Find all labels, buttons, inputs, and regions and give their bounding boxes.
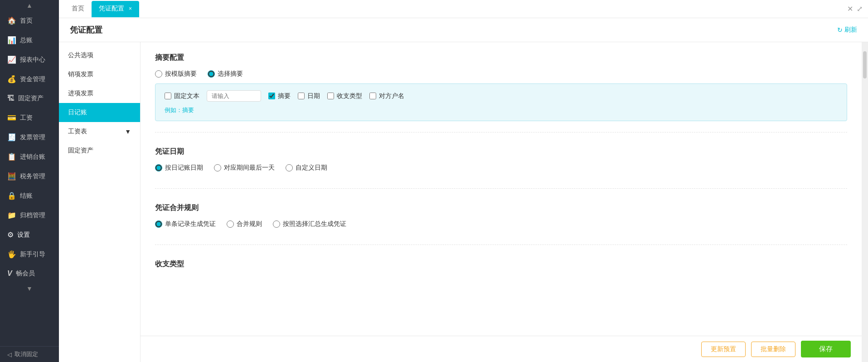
checkbox-income-type-label: 收支类型 <box>337 92 362 100</box>
page-title: 凭证配置 <box>70 24 102 35</box>
page-header: 凭证配置 ↻ 刷新 <box>59 18 868 42</box>
sidebar-item-home[interactable]: 🏠 首页 <box>0 11 59 30</box>
checkbox-income-type[interactable]: 收支类型 <box>327 92 362 100</box>
refresh-button[interactable]: ↻ 刷新 <box>837 26 857 34</box>
tab-home[interactable]: 首页 <box>64 1 92 17</box>
nav-label-fixed-assets: 固定资产 <box>68 147 93 155</box>
tax-icon: 🧮 <box>7 172 16 181</box>
content-area: 凭证配置 ↻ 刷新 公共选项 销项发票 进项发票 日记账 <box>59 18 868 362</box>
radio-single-input[interactable] <box>155 220 162 228</box>
radio-journal-date[interactable]: 按日记账日期 <box>155 164 203 172</box>
batch-delete-button[interactable]: 批量删除 <box>751 342 795 357</box>
sidebar-item-closing[interactable]: 🔒 结账 <box>0 186 59 205</box>
radio-select-input[interactable] <box>208 70 215 78</box>
radio-journal-date-input[interactable] <box>155 164 162 171</box>
scrollbar-track[interactable] <box>862 42 868 362</box>
reports-icon: 📈 <box>7 55 16 64</box>
nav-item-public[interactable]: 公共选项 <box>59 46 140 65</box>
section-title-merge: 凭证合并规则 <box>155 203 847 213</box>
radio-summary-gen-input[interactable] <box>273 220 280 228</box>
radio-last-day[interactable]: 对应期间最后一天 <box>214 164 275 172</box>
nav-label-salary: 工资表 <box>68 127 87 136</box>
scrollbar-thumb[interactable] <box>863 51 867 78</box>
radio-summary-gen[interactable]: 按照选择汇总生成凭证 <box>273 220 346 228</box>
sidebar-scroll-up[interactable]: ▲ <box>0 0 59 11</box>
bottom-bar: 更新预置 批量删除 保存 <box>141 336 862 362</box>
sidebar-item-guide[interactable]: 🖐 新手引导 <box>0 245 59 264</box>
sidebar-item-ledger[interactable]: 📊 总账 <box>0 30 59 50</box>
sidebar-label-payroll: 工资 <box>20 114 33 122</box>
checkbox-counterpart[interactable]: 对方户名 <box>369 92 404 100</box>
closing-icon: 🔒 <box>7 191 16 200</box>
sidebar-item-assets[interactable]: 🏗 固定资产 <box>0 89 59 108</box>
nav-item-sales-invoice[interactable]: 销项发票 <box>59 65 140 84</box>
checkbox-fixed-text-input[interactable] <box>165 93 171 99</box>
tab-controls: ✕ ⤢ <box>847 5 863 13</box>
sidebar-item-archive[interactable]: 📁 归档管理 <box>0 205 59 225</box>
radio-last-day-input[interactable] <box>214 164 221 171</box>
nav-item-salary[interactable]: 工资表 ▼ <box>59 122 140 141</box>
left-nav: 公共选项 销项发票 进项发票 日记账 工资表 ▼ 固定资产 <box>59 42 141 362</box>
sidebar-item-settings[interactable]: ⚙ 设置 <box>0 225 59 245</box>
window-close-icon[interactable]: ✕ <box>847 5 853 13</box>
checkbox-fixed-text-label: 固定文本 <box>174 92 199 100</box>
checkbox-counterpart-input[interactable] <box>369 93 376 99</box>
sidebar: ▲ 🏠 首页 📊 总账 📈 报表中心 💰 资金管理 🏗 固定资产 💳 工资 🧾 … <box>0 0 59 362</box>
sidebar-scroll-down[interactable]: ▼ <box>0 283 59 294</box>
radio-template-summary[interactable]: 按模版摘要 <box>155 70 197 78</box>
radio-last-day-label: 对应期间最后一天 <box>224 164 275 172</box>
checkbox-income-type-input[interactable] <box>327 93 334 99</box>
sidebar-item-member[interactable]: V 畅会员 <box>0 264 59 283</box>
checkbox-summary-input[interactable] <box>268 93 275 99</box>
refresh-label: 刷新 <box>844 26 857 34</box>
sidebar-item-payroll[interactable]: 💳 工资 <box>0 108 59 127</box>
radio-merge[interactable]: 合并规则 <box>227 220 262 228</box>
sidebar-item-reports[interactable]: 📈 报表中心 <box>0 50 59 69</box>
radio-custom-date[interactable]: 自定义日期 <box>286 164 327 172</box>
tab-voucher-config[interactable]: 凭证配置 × <box>92 1 139 17</box>
checkbox-fixed-text[interactable]: 固定文本 <box>165 92 199 100</box>
refresh-icon: ↻ <box>837 26 843 34</box>
nav-item-journal[interactable]: 日记账 <box>59 103 140 122</box>
radio-select-summary[interactable]: 选择摘要 <box>208 70 243 78</box>
checkbox-summary[interactable]: 摘要 <box>268 92 291 100</box>
radio-template-input[interactable] <box>155 70 162 78</box>
summary-example: 例如：摘要 <box>165 106 838 114</box>
nav-label-public: 公共选项 <box>68 51 93 59</box>
sidebar-item-invoice[interactable]: 🧾 发票管理 <box>0 127 59 147</box>
sidebar-item-tax[interactable]: 🧮 税务管理 <box>0 166 59 186</box>
checkbox-summary-label: 摘要 <box>278 92 291 100</box>
radio-merge-input[interactable] <box>227 220 234 228</box>
checkbox-date-input[interactable] <box>298 93 305 99</box>
fixed-text-input[interactable] <box>207 90 261 102</box>
home-icon: 🏠 <box>7 16 16 25</box>
tab-home-label: 首页 <box>72 5 84 13</box>
invoice-icon: 🧾 <box>7 133 16 142</box>
tab-bar: 首页 凭证配置 × ✕ ⤢ <box>59 0 868 18</box>
funds-icon: 💰 <box>7 75 16 83</box>
radio-custom-date-input[interactable] <box>286 164 293 171</box>
nav-item-fixed-assets[interactable]: 固定资产 <box>59 141 140 160</box>
checkbox-date[interactable]: 日期 <box>298 92 320 100</box>
sidebar-item-sales[interactable]: 📋 进销台账 <box>0 147 59 166</box>
update-preset-button[interactable]: 更新预置 <box>701 342 746 357</box>
sidebar-label-invoice: 发票管理 <box>20 133 45 142</box>
nav-label-journal: 日记账 <box>68 108 87 117</box>
sales-icon: 📋 <box>7 152 16 161</box>
sidebar-item-funds[interactable]: 💰 资金管理 <box>0 69 59 89</box>
section-income-type: 收支类型 <box>155 259 847 287</box>
radio-single[interactable]: 单条记录生成凭证 <box>155 220 216 228</box>
window-resize-icon[interactable]: ⤢ <box>857 5 863 13</box>
tab-close-btn[interactable]: × <box>129 5 132 12</box>
right-content: 摘要配置 按模版摘要 选择摘要 <box>141 42 862 336</box>
summary-radio-group: 按模版摘要 选择摘要 <box>155 70 847 78</box>
sidebar-label-reports: 报表中心 <box>20 56 45 64</box>
nav-item-purchase-invoice[interactable]: 进项发票 <box>59 84 140 103</box>
sidebar-unpin[interactable]: ◁ 取消固定 <box>0 346 59 362</box>
sidebar-label-assets: 固定资产 <box>18 94 44 103</box>
save-button[interactable]: 保存 <box>801 341 851 357</box>
radio-journal-date-label: 按日记账日期 <box>165 164 203 172</box>
radio-select-label: 选择摘要 <box>218 70 243 78</box>
sidebar-label-sales: 进销台账 <box>20 153 45 161</box>
pin-icon: ◁ <box>7 351 12 358</box>
